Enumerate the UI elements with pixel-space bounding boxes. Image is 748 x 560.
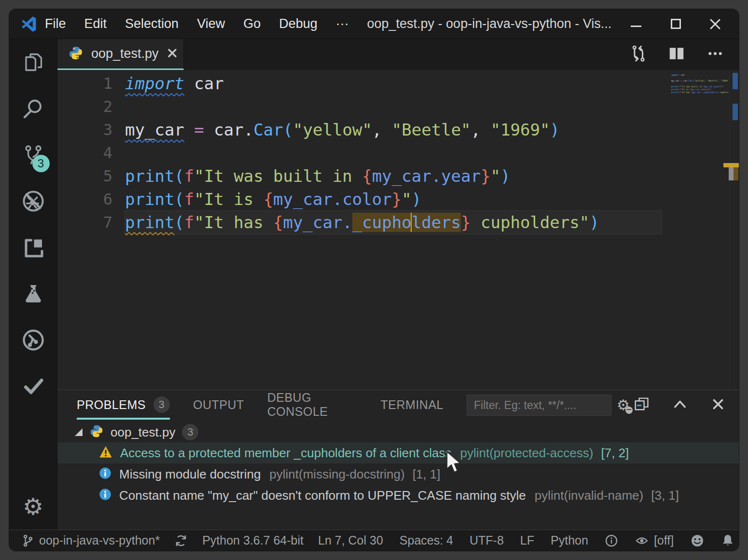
menu-selection[interactable]: Selection <box>125 16 179 31</box>
git-branch-status[interactable]: oop-in-java-vs-python* <box>22 533 160 548</box>
code-token: "It is <box>194 190 263 209</box>
activity-bar: 3 <box>9 39 57 530</box>
code-token: print <box>125 190 174 209</box>
panel-tab-badge: 3 <box>153 396 170 413</box>
code-content[interactable] <box>125 95 662 118</box>
panel-tab-label: OUTPUT <box>193 398 244 412</box>
problem-row[interactable]: Constant name "my_car" doesn't conform t… <box>57 485 739 506</box>
python-file-icon <box>68 45 83 63</box>
code-token: ( <box>283 120 293 139</box>
close-panel-icon[interactable] <box>710 396 726 414</box>
notifications-bell-icon[interactable] <box>721 533 734 548</box>
language-mode-status[interactable]: Python <box>551 533 588 547</box>
problem-message: Constant name "my_car" doesn't conform t… <box>119 488 526 503</box>
code-content[interactable] <box>125 141 662 164</box>
code-line-7[interactable]: 7print(f"It has {my_car._cupholders} cup… <box>57 211 739 234</box>
close-button[interactable] <box>709 18 721 30</box>
filter-gear-icon[interactable]: ⚙− <box>617 398 630 412</box>
code-token: _cupho <box>352 213 412 232</box>
minimap[interactable]: import carmy_car = car.Car("yellow", "Be… <box>671 74 728 94</box>
feedback-smiley-icon[interactable] <box>690 533 705 548</box>
panel-tab-terminal[interactable]: TERMINAL <box>381 398 443 419</box>
overview-ruler[interactable] <box>729 70 739 390</box>
code-line-3[interactable]: 3my_car = car.Car("yellow", "Beetle", "1… <box>57 118 739 141</box>
tab-oop-test-py[interactable]: oop_test.py <box>57 39 184 70</box>
menu-edit[interactable]: Edit <box>84 16 107 31</box>
problem-row[interactable]: Missing module docstringpylint(missing-d… <box>57 464 739 485</box>
code-content[interactable]: print(f"It has {my_car._cupholders} cuph… <box>125 211 662 234</box>
code-content[interactable]: print(f"It was built in {my_car.year}") <box>125 164 662 188</box>
code-content[interactable]: print(f"It is {my_car.color}") <box>125 188 662 211</box>
panel-tabs: PROBLEMS3OUTPUTDEBUG CONSOLETERMINAL <box>77 392 443 418</box>
code-line-5[interactable]: 5print(f"It was built in {my_car.year}") <box>57 164 739 188</box>
problems-filter-input[interactable] <box>474 399 617 412</box>
info-status-icon[interactable] <box>605 534 618 547</box>
python-file-icon <box>89 424 104 440</box>
code-line-6[interactable]: 6print(f"It is {my_car.color}") <box>57 188 739 211</box>
menu-go[interactable]: Go <box>243 16 261 31</box>
editor-more-actions-icon[interactable] <box>706 44 724 65</box>
eol-status[interactable]: LF <box>520 533 534 547</box>
python-interpreter-status[interactable]: Python 3.6.7 64-bit <box>202 533 304 547</box>
vscode-logo-icon <box>21 15 38 33</box>
code-token: , <box>372 120 392 139</box>
code-token <box>184 74 194 93</box>
code-token: { <box>273 213 283 232</box>
git-history-icon[interactable] <box>9 317 57 363</box>
panel-tab-label: TERMINAL <box>381 398 443 412</box>
code-content[interactable]: import car <box>125 72 662 95</box>
code-content[interactable]: my_car = car.Car("yellow", "Beetle", "19… <box>125 118 662 141</box>
code-token: print <box>125 166 174 186</box>
bottom-panel: PROBLEMS3OUTPUTDEBUG CONSOLETERMINAL ⚙− <box>57 390 739 530</box>
panel-tab-problems[interactable]: PROBLEMS3 <box>77 396 170 420</box>
line-number: 4 <box>57 141 125 164</box>
code-token: } <box>481 166 490 186</box>
code-token: " <box>490 166 500 186</box>
code-token: "It was built in <box>194 166 362 186</box>
cursor-position-status[interactable]: Ln 7, Col 30 <box>318 533 383 547</box>
group-layers-icon[interactable] <box>633 396 650 415</box>
minimap-code: import carmy_car = car.Car("yellow", "Be… <box>671 74 728 94</box>
code-line-4[interactable]: 4 <box>57 141 739 164</box>
tab-close-icon[interactable] <box>166 47 178 61</box>
source-control-icon[interactable]: 3 <box>9 132 57 178</box>
code-token <box>184 120 194 139</box>
explorer-icon[interactable] <box>9 39 57 85</box>
extensions-icon[interactable] <box>9 224 57 271</box>
menu-file[interactable]: File <box>45 16 66 31</box>
test-explorer-icon[interactable] <box>9 271 57 317</box>
problem-row[interactable]: Access to a protected member _cupholders… <box>57 442 739 464</box>
code-token: "yellow" <box>293 120 372 139</box>
problems-file-name: oop_test.py <box>111 425 175 440</box>
code-token: } <box>461 213 471 232</box>
settings-gear-icon[interactable]: ⚙ <box>9 483 57 530</box>
code-line-2[interactable]: 2 <box>57 95 739 118</box>
minimize-button[interactable] <box>630 18 642 30</box>
minimap-line: print(f"It has {my_car._cupholders} cuph… <box>671 91 728 94</box>
sync-changes-icon[interactable] <box>629 44 647 65</box>
debug-icon[interactable] <box>9 178 57 224</box>
search-icon[interactable] <box>9 85 57 132</box>
maximize-button[interactable] <box>669 18 682 30</box>
line-number: 2 <box>57 95 125 118</box>
sync-status-icon[interactable] <box>174 534 188 547</box>
code-line-1[interactable]: 1import car <box>57 72 739 95</box>
menu-view[interactable]: View <box>197 16 225 31</box>
split-editor-icon[interactable] <box>667 44 686 65</box>
encoding-status[interactable]: UTF-8 <box>470 533 504 547</box>
code-token: { <box>362 166 372 186</box>
indentation-status[interactable]: Spaces: 4 <box>400 533 453 547</box>
ruler-info-mark <box>733 73 738 89</box>
maximize-panel-icon[interactable] <box>671 396 689 415</box>
problem-position: [1, 1] <box>413 467 441 482</box>
panel-tab-output[interactable]: OUTPUT <box>193 398 244 419</box>
expand-twistie-icon[interactable] <box>75 428 83 436</box>
problem-source: pylint(invalid-name) <box>535 488 643 503</box>
problems-file-row[interactable]: oop_test.py 3 <box>57 422 739 442</box>
screencast-status[interactable]: [off] <box>635 533 674 547</box>
code-token: car <box>194 74 223 93</box>
menu-debug[interactable]: Debug <box>279 16 318 31</box>
menu-more-icon[interactable]: ··· <box>336 16 349 31</box>
check-task-icon[interactable] <box>9 363 57 410</box>
code-editor[interactable]: 1import car23my_car = car.Car("yellow", … <box>57 70 739 390</box>
